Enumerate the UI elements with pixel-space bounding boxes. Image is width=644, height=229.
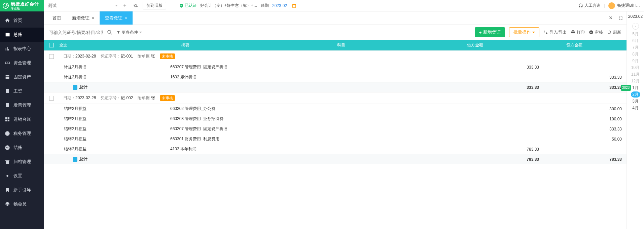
sidebar-item-vip[interactable]: 畅会员 [0, 197, 44, 211]
cell-credit: 50.00 [539, 137, 627, 142]
rail-prev-button[interactable] [632, 23, 639, 30]
add-org-button[interactable] [121, 2, 129, 9]
tab-label: 查看凭证 [105, 15, 122, 21]
sidebar-item-ledger[interactable]: 总账 [0, 28, 44, 42]
sidebar-item-invoice[interactable]: 发票管理 [0, 98, 44, 112]
voucher-label: 凭证字号： [101, 54, 121, 59]
search-input[interactable] [49, 30, 103, 35]
col-debit: 借方金额 [425, 42, 526, 48]
table-row[interactable]: 结转2月损益 660207 管理费用_固定资产折旧 333.33 [44, 124, 627, 134]
voucher-table: 全选 摘要 科目 借方金额 贷方金额 日期：2023-02-28 凭证字号：记-… [44, 40, 627, 229]
close-icon[interactable]: ✕ [124, 16, 127, 20]
print-link[interactable]: 打印 [571, 30, 585, 35]
table-row[interactable]: 结转2月损益 4103 本年利润 783.33 [44, 144, 627, 154]
topbar: 切到旧版 已认证 好会计（专）+好生意（标）+… 账期 2023-02 人工咨询… [44, 0, 644, 11]
sidebar-item-label: 首页 [13, 17, 22, 24]
col-select-all[interactable]: 全选 [59, 42, 113, 48]
total-debit: 783.33 [452, 157, 539, 162]
sidebar-item-close[interactable]: 结账 [0, 141, 44, 155]
guide-icon [5, 187, 10, 193]
filter-button[interactable]: 更多条件 [116, 30, 142, 35]
rail-month[interactable]: 1月 [632, 85, 639, 91]
date-value: 2023-02-28 [75, 54, 96, 59]
settings-button[interactable] [132, 2, 139, 9]
ledger-icon [5, 32, 10, 37]
rail-month[interactable]: 6月 [632, 38, 639, 44]
help-label: 人工咨询 [584, 3, 601, 8]
tab-查看凭证[interactable]: 查看凭证✕ [100, 11, 133, 25]
sidebar-item-label: 发票管理 [13, 102, 31, 108]
sidebar-item-home[interactable]: 首页 [0, 13, 44, 28]
rail-month[interactable]: 12月 [631, 78, 640, 84]
sidebar-item-settings[interactable]: 设置 [0, 169, 44, 183]
filter-label: 更多条件 [122, 30, 138, 35]
cell-subject: 660207 管理费用_固定资产折旧 [170, 126, 452, 132]
voucher-value[interactable]: 记-001 [121, 54, 133, 59]
table-row[interactable]: 结转2月损益 660203 管理费用_业务招待费 100.00 [44, 114, 627, 124]
sidebar-item-label: 报表中心 [13, 46, 31, 52]
table-row[interactable]: 计提2月折旧 660207 管理费用_固定资产折旧 333.33 [44, 62, 627, 72]
close-icon[interactable]: ✕ [92, 16, 94, 20]
voucher-group-header: 日期：2023-02-28 凭证字号：记-002 附单据 张 未审核 [44, 92, 627, 104]
attach-label: 附单据 [138, 96, 150, 100]
period-picker-button[interactable] [290, 2, 298, 9]
audit-link[interactable]: 审核 [589, 30, 603, 35]
sidebar-item-cash[interactable]: 资金管理 [0, 56, 44, 70]
add-voucher-button[interactable]: + 新增凭证 [475, 27, 505, 37]
sidebar-item-payroll[interactable]: 工资 [0, 84, 44, 98]
close-all-tabs-button[interactable]: × [607, 14, 614, 22]
refresh-link[interactable]: 刷新 [607, 30, 621, 35]
select-all-checkbox[interactable] [49, 43, 54, 47]
fullscreen-button[interactable] [617, 14, 624, 22]
table-row[interactable]: 计提2月折旧 1602 累计折旧 333.33 [44, 72, 627, 82]
tab-首页[interactable]: 首页 [47, 11, 67, 25]
rail-month[interactable]: 9月 [632, 58, 639, 64]
sidebar-item-stock[interactable]: 进销台账 [0, 112, 44, 126]
table-row[interactable]: 结转2月损益 660301 财务费用_利息费用 50.00 [44, 134, 627, 144]
rail-month[interactable]: 4月 [632, 105, 639, 111]
cell-summary: 结转2月损益 [59, 146, 170, 152]
cell-subject: 660202 管理费用_办公费 [170, 106, 452, 112]
cell-summary: 结转2月损益 [59, 116, 170, 122]
rail-month[interactable]: 5月 [632, 31, 639, 37]
sidebar-item-chart[interactable]: 报表中心 [0, 42, 44, 56]
rail-month[interactable]: 7月 [632, 44, 639, 50]
switch-legacy-button[interactable]: 切到旧版 [143, 2, 166, 9]
user-menu[interactable]: 畅捷通B组… [608, 2, 640, 9]
rail-month[interactable]: 2月 [631, 91, 640, 98]
row-checkbox[interactable] [49, 96, 54, 101]
period-rail: 2023.02 5月6月7月8月9月10月11月12月1月2月3月4月 [627, 11, 644, 229]
rail-month[interactable]: 11月 [631, 71, 640, 77]
tab-新增凭证[interactable]: 新增凭证✕ [67, 11, 100, 25]
chevron-down-icon[interactable] [115, 5, 118, 6]
sidebar-item-label: 工资 [13, 88, 22, 94]
help-link[interactable]: 人工咨询 [578, 3, 601, 8]
expand-icon [618, 16, 623, 21]
table-row[interactable]: 结转2月损益 660202 管理费用_办公费 300.00 [44, 104, 627, 114]
sidebar-item-archive[interactable]: 归档管理 [0, 155, 44, 169]
total-row: 总计 783.33 783.33 [44, 154, 627, 164]
asset-icon [5, 74, 10, 80]
rail-month[interactable]: 10月 [631, 65, 640, 71]
rail-month[interactable]: 8月 [632, 51, 639, 57]
voucher-group-header: 日期：2023-02-28 凭证字号：记-001 附单据 张 未审核 [44, 50, 627, 62]
tab-label: 首页 [52, 15, 61, 21]
rail-year[interactable]: 2023.02 [628, 11, 643, 22]
search-icon [107, 30, 112, 35]
close-icon [5, 145, 10, 150]
tabs-row: 首页新增凭证✕查看凭证✕ × [44, 11, 627, 25]
batch-actions-button[interactable]: 批量操作 [509, 27, 539, 37]
import-export-link[interactable]: 导入/导出 [543, 30, 567, 35]
row-checkbox[interactable] [49, 54, 54, 59]
cell-subject: 660301 财务费用_利息费用 [170, 136, 452, 142]
sidebar-item-tax[interactable]: 税务管理 [0, 126, 44, 141]
cell-summary: 结转2月损益 [59, 106, 170, 112]
search-button[interactable] [107, 30, 112, 35]
cash-icon [5, 60, 10, 66]
voucher-value[interactable]: 记-002 [121, 96, 133, 100]
sidebar-item-asset[interactable]: 固定资产 [0, 70, 44, 84]
org-select[interactable] [48, 3, 112, 8]
period-value[interactable]: 2023-02 [272, 3, 287, 8]
sidebar-item-guide[interactable]: 新手引导 [0, 183, 44, 197]
rail-month[interactable]: 3月 [632, 98, 639, 104]
